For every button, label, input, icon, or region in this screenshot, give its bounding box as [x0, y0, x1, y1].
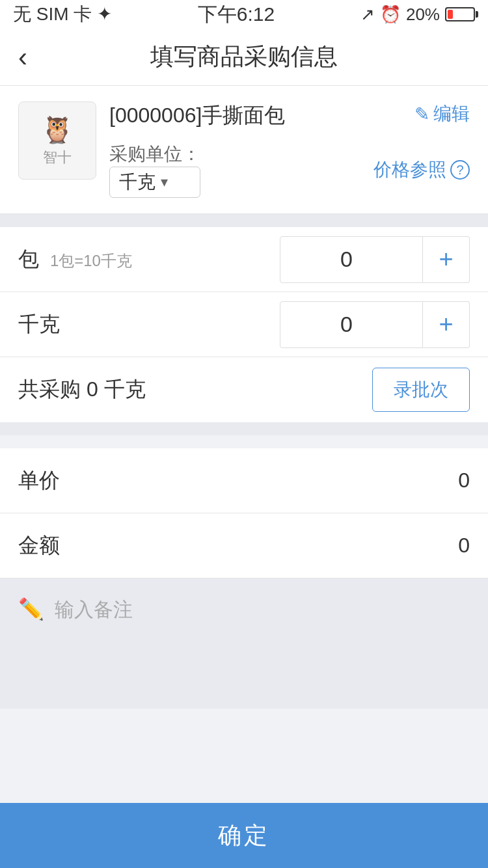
back-button[interactable]: ‹ — [18, 42, 27, 73]
product-name-row: [0000006]手撕面包 ✎ 编辑 — [109, 102, 470, 130]
sim-status: 无 SIM 卡 ✦ — [13, 2, 112, 27]
kg-plus-button[interactable]: + — [423, 301, 470, 348]
status-bar: 无 SIM 卡 ✦ 下午6:12 ↗ ⏰ 20% — [0, 0, 488, 29]
unit-price-row: 单价 0 — [0, 448, 488, 513]
kg-label: 千克 — [18, 310, 280, 339]
product-card: 🦉 智十 [0000006]手撕面包 ✎ 编辑 采购单位： 千克 ▾ 价格参照 … — [0, 86, 488, 214]
section-divider-1 — [0, 214, 488, 227]
bao-input-wrap: + — [280, 236, 470, 283]
product-unit-row: 采购单位： 千克 ▾ 价格参照 ? — [109, 142, 470, 198]
confirm-button[interactable]: 确定 — [0, 803, 488, 868]
battery-fill — [448, 10, 453, 19]
product-info: [0000006]手撕面包 ✎ 编辑 采购单位： 千克 ▾ 价格参照 ? — [109, 102, 470, 198]
edit-icon: ✎ — [414, 103, 429, 125]
bao-sublabel: 1包=10千克 — [50, 252, 132, 269]
input-section: 包 1包=10千克 + 千克 + 共采购 0 千克 录批次 — [0, 227, 488, 422]
location-icon: ↗ — [360, 5, 375, 25]
edit-button[interactable]: ✎ 编辑 — [414, 102, 470, 126]
battery-icon — [445, 7, 475, 21]
total-label: 共采购 0 千克 — [18, 375, 146, 404]
unit-price-label: 单价 — [18, 467, 60, 495]
note-placeholder: 输入备注 — [55, 597, 133, 623]
edit-label: 编辑 — [433, 102, 470, 126]
confirm-button-wrap: 确定 — [0, 803, 488, 868]
bottom-spacer — [0, 709, 488, 774]
unit-price-value: 0 — [458, 468, 470, 493]
price-section: 单价 0 金额 0 — [0, 448, 488, 578]
status-right: ↗ ⏰ 20% — [360, 5, 475, 25]
section-divider-2 — [0, 422, 488, 435]
product-name: [0000006]手撕面包 — [109, 102, 285, 130]
status-time: 下午6:12 — [198, 1, 275, 28]
thumb-label: 智十 — [43, 148, 72, 167]
kg-input-wrap: + — [280, 301, 470, 348]
batch-button[interactable]: 录批次 — [372, 368, 470, 412]
amount-value: 0 — [458, 534, 470, 558]
status-left: 无 SIM 卡 ✦ — [13, 2, 112, 27]
pencil-icon: ✏️ — [18, 597, 44, 621]
page-title: 填写商品采购信息 — [150, 41, 338, 73]
bao-input[interactable] — [280, 236, 423, 283]
nav-bar: ‹ 填写商品采购信息 — [0, 29, 488, 86]
amount-row: 金额 0 — [0, 513, 488, 578]
owl-icon: 🦉 — [41, 115, 74, 145]
total-row: 共采购 0 千克 录批次 — [0, 357, 488, 422]
help-icon: ? — [450, 160, 470, 180]
product-thumbnail: 🦉 智十 — [18, 102, 96, 180]
unit-selector[interactable]: 千克 ▾ — [109, 167, 200, 198]
price-ref-button[interactable]: 价格参照 ? — [373, 157, 470, 182]
bao-plus-button[interactable]: + — [423, 236, 470, 283]
note-section[interactable]: ✏️ 输入备注 — [0, 578, 488, 709]
unit-prefix: 采购单位： 千克 ▾ — [109, 142, 200, 198]
dropdown-arrow-icon: ▾ — [161, 174, 168, 191]
bao-label: 包 1包=10千克 — [18, 245, 280, 274]
kg-input[interactable] — [280, 301, 423, 348]
bao-input-row: 包 1包=10千克 + — [0, 227, 488, 292]
battery-percent: 20% — [406, 5, 440, 25]
kg-input-row: 千克 + — [0, 292, 488, 357]
amount-label: 金额 — [18, 532, 60, 560]
alarm-icon: ⏰ — [380, 5, 401, 25]
price-ref-label: 价格参照 — [373, 157, 446, 182]
unit-value: 千克 — [119, 170, 156, 195]
